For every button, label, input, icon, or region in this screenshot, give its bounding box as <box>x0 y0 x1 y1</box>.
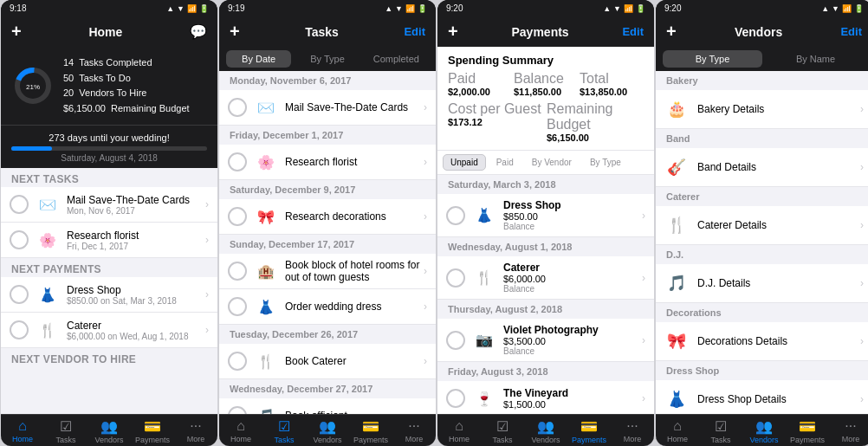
vendor-item[interactable]: 🎂 Bakery Details › <box>656 90 868 129</box>
vendor-item[interactable]: 🍴 Caterer Details › <box>656 206 868 245</box>
payment-checkbox[interactable] <box>446 206 465 225</box>
task-checkbox[interactable] <box>228 406 247 414</box>
more-tab-icon: ··· <box>626 418 638 434</box>
payment-item[interactable]: 📷 Violet Photography $3,500.00 Balance › <box>437 319 654 362</box>
tab-tasks[interactable]: ☑ Tasks <box>262 415 306 446</box>
chevron-icon: › <box>860 219 864 231</box>
add-button-tasks[interactable]: + <box>230 22 240 42</box>
paid-label: Paid <box>448 71 512 87</box>
list-item[interactable]: 🏨 Book block of hotel rooms for out of t… <box>219 254 436 289</box>
seg-by-vendor[interactable]: By Vendor <box>524 154 580 171</box>
paid-cell: Paid $2,000.00 <box>448 71 512 97</box>
tab-payments[interactable]: 💳 Payments <box>567 415 611 446</box>
payment-status: Balance <box>503 222 642 231</box>
tab-more[interactable]: ··· More <box>392 415 436 446</box>
vendor-item[interactable]: 🎵 D.J. Details › <box>656 264 868 303</box>
payment-item[interactable]: 🍷 The Vineyard $1,500.00 › <box>437 381 654 414</box>
segment-completed[interactable]: Completed <box>364 50 429 68</box>
vendors-tab-icon: 👥 <box>100 418 118 435</box>
payment-checkbox-2[interactable] <box>10 320 29 339</box>
vendors-segment-control: By Type By Name <box>656 47 868 71</box>
caterer-icon: 🍴 <box>254 349 278 373</box>
decorations-icon: 🎀 <box>254 204 278 229</box>
payment-checkbox-1[interactable] <box>10 285 29 304</box>
add-button-payments[interactable]: + <box>448 22 458 42</box>
edit-button-tasks[interactable]: Edit <box>404 25 425 38</box>
task-checkbox[interactable] <box>228 152 247 171</box>
edit-button-vendors[interactable]: Edit <box>840 25 862 38</box>
list-item[interactable]: 👗 Order wedding dress › <box>219 289 436 325</box>
budget-stat: $6,150.00 Remaining Budget <box>63 101 190 117</box>
payment-item[interactable]: 👗 Dress Shop $850.00 Balance › <box>437 194 654 237</box>
tab-payments[interactable]: 💳 Payments <box>786 415 829 446</box>
payment-date-aug3: Friday, August 3, 2018 <box>437 362 654 381</box>
add-button-home[interactable]: + <box>11 22 22 42</box>
segment-by-type[interactable]: By Type <box>663 50 762 68</box>
tab-vendors[interactable]: 👥 Vendors <box>87 415 131 446</box>
messages-icon[interactable]: 💬 <box>190 23 207 40</box>
task-checkbox[interactable] <box>228 207 247 226</box>
tab-more[interactable]: ··· More <box>829 415 868 446</box>
tab-home-label: Home <box>667 435 688 443</box>
task-checkbox[interactable] <box>228 98 247 117</box>
task-checkbox-2[interactable] <box>10 230 29 249</box>
tab-home[interactable]: ⌂ Home <box>1 415 44 446</box>
payment-item[interactable]: 🍴 Caterer $6,000.00 Balance › <box>437 256 654 300</box>
task-checkbox[interactable] <box>228 262 247 281</box>
tasks-tab-icon: ☑ <box>60 418 72 435</box>
task-checkbox[interactable] <box>228 352 247 371</box>
tasks-tab-icon: ☑ <box>715 418 727 435</box>
tab-bar-vendors: ⌂ Home ☑ Tasks 👥 Vendors 💳 Payments ··· … <box>656 414 868 446</box>
time-tasks: 9:19 <box>228 3 244 13</box>
list-item[interactable]: ✉️ Mail Save-The-Date Cards › <box>219 90 436 126</box>
payment-checkbox[interactable] <box>446 268 465 288</box>
tab-home[interactable]: ⌂ Home <box>219 415 262 446</box>
list-item[interactable]: 🍴 Caterer $6,000.00 on Wed, Aug 1, 2018 … <box>1 313 217 348</box>
tab-home[interactable]: ⌂ Home <box>656 415 699 446</box>
tab-tasks[interactable]: ☑ Tasks <box>481 415 524 446</box>
tab-more[interactable]: ··· More <box>174 415 217 446</box>
tab-payments[interactable]: 💳 Payments <box>349 415 392 446</box>
list-item[interactable]: ✉️ Mail Save-The-Date Cards Mon, Nov 6, … <box>1 187 217 223</box>
seg-unpaid[interactable]: Unpaid <box>443 154 486 171</box>
task-checkbox[interactable] <box>228 297 247 316</box>
tab-home[interactable]: ⌂ Home <box>437 415 481 446</box>
payment-checkbox[interactable] <box>446 389 465 408</box>
list-item[interactable]: 👗 Dress Shop $850.00 on Sat, Mar 3, 2018… <box>1 277 217 313</box>
remaining-budget-cell: Remaining Budget $6,150.00 <box>547 101 644 143</box>
vendor-item[interactable]: 👗 Dress Shop Details › <box>656 380 868 414</box>
tab-vendors[interactable]: 👥 Vendors <box>742 415 786 446</box>
task-checkbox-1[interactable] <box>10 195 29 214</box>
add-button-vendors[interactable]: + <box>666 22 677 42</box>
list-item[interactable]: 🎀 Research decorations › <box>219 199 436 235</box>
list-item[interactable]: 🌸 Research florist › <box>219 145 436 180</box>
payment-amount: $1,500.00 <box>503 399 642 410</box>
vendors-tab-icon: 👥 <box>319 418 336 435</box>
tab-tasks[interactable]: ☑ Tasks <box>699 415 742 446</box>
florist-icon: 🌸 <box>254 150 278 174</box>
segment-by-type[interactable]: By Type <box>295 50 360 68</box>
tab-payments[interactable]: 💳 Payments <box>131 415 174 446</box>
vendors-content: Bakery 🎂 Bakery Details › Band 🎸 Band De… <box>656 71 868 414</box>
vendor-item[interactable]: 🎸 Band Details › <box>656 148 868 187</box>
seg-paid[interactable]: Paid <box>489 154 521 171</box>
payment-checkbox[interactable] <box>446 331 465 350</box>
seg-by-type[interactable]: By Type <box>582 154 629 171</box>
payment-status: Balance <box>503 346 642 356</box>
home-content: 21% 14 Tasks Completed 50 Tasks To Do 20… <box>1 47 217 414</box>
date-group-dec27: Wednesday, December 27, 2017 <box>219 379 436 398</box>
vendor-item[interactable]: 🎀 Decorations Details › <box>656 322 868 361</box>
status-bar-vendors: 9:20 ▲▼📶🔋 <box>656 0 868 16</box>
tab-vendors[interactable]: 👥 Vendors <box>524 415 567 446</box>
tab-vendors[interactable]: 👥 Vendors <box>306 415 349 446</box>
segment-by-name[interactable]: By Name <box>766 50 865 68</box>
chevron-icon: › <box>642 334 645 346</box>
tab-tasks[interactable]: ☑ Tasks <box>44 415 87 446</box>
list-item[interactable]: 🌸 Research florist Fri, Dec 1, 2017 › <box>1 223 217 258</box>
segment-by-date[interactable]: By Date <box>226 50 291 68</box>
tab-more[interactable]: ··· More <box>611 415 654 446</box>
edit-button-payments[interactable]: Edit <box>622 25 644 38</box>
list-item[interactable]: 🍴 Book Caterer › <box>219 344 436 379</box>
svg-text:21%: 21% <box>26 83 40 91</box>
list-item[interactable]: 🎵 Book officiant › <box>219 398 436 414</box>
